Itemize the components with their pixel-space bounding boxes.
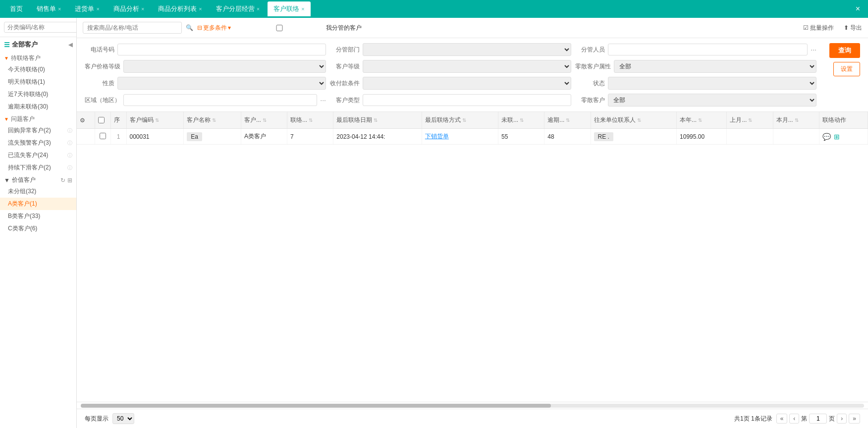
my-customers-checkbox[interactable] [235,25,324,31]
sidebar-item-abnormal-repurchase[interactable]: 回购异常客户(2) ⓘ [0,124,76,137]
th-this-year[interactable]: 本年...⇅ [677,112,727,129]
nav-customer-segment[interactable]: 客户分层经营 × [210,1,266,16]
payment-label: 收付款条件 [330,79,360,88]
th-customer-code[interactable]: 客户编码⇅ [126,112,184,129]
last-page-btn[interactable]: » [849,414,860,424]
more-conditions-btn[interactable]: ⊟ 更多条件 ▾ [197,24,231,32]
nav-product-analysis-list[interactable]: 商品分析列表 × [152,1,208,16]
dept-select[interactable] [363,43,571,56]
th-customer-name[interactable]: 客户名称⇅ [184,112,241,129]
last-contact-method-link[interactable]: 下销货单 [425,133,449,140]
my-customers-checkbox-label[interactable]: 我分管的客户 [235,24,362,32]
filter-row-3: 性质 收付款条件 状态 [85,77,816,90]
table-row: 1 000031 Ea A类客户 7 2023-04-12 14:44: 下销货… [77,129,868,145]
close-segment-icon[interactable]: × [257,6,260,12]
th-customer-level[interactable]: 客户...⇅ [241,112,287,129]
nav-customer-contact[interactable]: 客户联络 × [268,1,310,16]
per-page-select[interactable]: 50 [112,413,134,424]
sidebar-item-churned[interactable]: 已流失客户(24) ⓘ [0,149,76,161]
window-close-button[interactable]: × [852,2,864,15]
row-last-contact-method-cell[interactable]: 下销货单 [422,129,498,145]
sort-contact-icon: ⇅ [309,117,313,123]
region-input[interactable] [123,94,317,106]
page-number-input[interactable] [809,414,827,424]
row-not-contacted-cell: 55 [498,129,544,145]
row-level-cell: A类客户 [241,129,287,145]
filter-cell-status: 状态 [575,77,816,90]
next-page-btn[interactable]: › [837,414,847,424]
sidebar-item-unclassified[interactable]: 未分组(32) [0,185,76,198]
sidebar-item-a-class[interactable]: A类客户(1) [0,198,76,210]
value-customers-group: ▼ 价值客户 ↻ ⊞ [0,174,76,185]
close-contact-icon[interactable]: × [301,6,304,12]
query-button[interactable]: 查询 [829,43,860,58]
status-select[interactable] [608,77,816,90]
nav-sales[interactable]: 销售单 × [31,1,67,16]
prev-page-btn[interactable]: ‹ [789,414,799,424]
sidebar-item-c-class[interactable]: C类客户(6) [0,222,76,235]
th-last-contact-date[interactable]: 最后联络日期⇅ [333,112,422,129]
sort-thisyear-icon: ⇅ [698,117,702,123]
search-input[interactable] [83,22,182,34]
nav-product-analysis[interactable]: 商品分析 × [108,1,150,16]
price-level-select[interactable] [123,60,326,73]
sidebar-item-tomorrow-contact[interactable]: 明天待联络(1) [0,76,76,88]
all-customers-header[interactable]: ☰ 全部客户 ◀ [0,37,76,52]
close-product-analysis-icon[interactable]: × [141,6,144,12]
sort-overdue-icon: ⇅ [566,117,570,123]
sidebar-item-churn-warning[interactable]: 流失预警客户(3) ⓘ [0,137,76,149]
close-purchase-icon[interactable]: × [96,6,99,12]
th-last-contact-method[interactable]: 最后联络方式⇅ [422,112,498,129]
retail-customer-select[interactable]: 全部 [608,94,816,107]
close-product-list-icon[interactable]: × [199,6,202,12]
scrollbar-track[interactable] [81,404,864,408]
value-group-settings-icon[interactable]: ⊞ [67,177,72,184]
region-dots-icon[interactable]: ··· [320,96,326,104]
settings-icon[interactable]: ⚙ [80,117,85,124]
scrollbar-thumb[interactable] [81,404,551,408]
export-btn[interactable]: ⬆ 导出 [844,24,862,32]
bulk-operation-btn[interactable]: ☑ 批量操作 [803,24,834,32]
nav-home[interactable]: 首页 [4,1,29,16]
collapse-all-icon[interactable]: ◀ [68,42,72,48]
th-not-contacted[interactable]: 未联...⇅ [498,112,544,129]
nav-purchase[interactable]: 进货单 × [69,1,105,16]
sidebar: 🔍 ☰ 全部客户 ◀ ▼ 待联络客户 今天待联络(0) 明天待联络(1) 近7天… [0,18,77,428]
retail-attr-select[interactable]: 全部 [614,60,816,73]
th-checkbox[interactable] [95,112,110,129]
th-last-month[interactable]: 上月...⇅ [727,112,773,129]
row-checkbox[interactable] [100,133,106,139]
sidebar-item-declining[interactable]: 持续下滑客户(2) ⓘ [0,161,76,174]
payment-select[interactable] [363,77,571,90]
sidebar-item-overdue-contact[interactable]: 逾期未联络(30) [0,101,76,113]
settings-button[interactable]: 设置 [833,62,860,76]
more-action-icon[interactable]: ⊞ [834,133,840,141]
category-search-input[interactable] [4,22,77,33]
row-settings-cell [77,129,95,145]
th-contact-person[interactable]: 往来单位联系人⇅ [591,112,677,129]
customer-type-input[interactable] [363,94,571,106]
horizontal-scrollbar[interactable] [77,402,868,409]
first-page-btn[interactable]: « [776,414,788,424]
th-contact-count[interactable]: 联络...⇅ [287,112,333,129]
nature-select[interactable] [117,77,326,90]
manager-input[interactable] [608,44,808,55]
phone-input[interactable] [117,44,326,55]
th-this-month[interactable]: 本月...⇅ [773,112,819,129]
th-overdue[interactable]: 逾期...⇅ [544,112,591,129]
select-all-checkbox[interactable] [98,117,105,123]
close-sales-icon[interactable]: × [58,6,61,12]
search-submit-icon[interactable]: 🔍 [186,24,193,31]
content-area: 🔍 ⊟ 更多条件 ▾ 我分管的客户 ☑ 批量操作 ⬆ 导出 [77,18,868,428]
customer-level-select[interactable] [363,60,571,73]
sidebar-item-7day-contact[interactable]: 近7天待联络(0) [0,88,76,101]
value-group-refresh-icon[interactable]: ↻ [60,177,65,184]
contact-action-icon[interactable]: 💬 [822,133,831,141]
sidebar-item-today-contact[interactable]: 今天待联络(0) [0,63,76,76]
row-checkbox-cell[interactable] [95,129,110,145]
th-settings[interactable]: ⚙ [77,112,95,129]
pending-group-icon: ▼ [4,55,9,61]
sidebar-item-b-class[interactable]: B类客户(33) [0,210,76,222]
info-icon-churn: ⓘ [67,140,72,147]
manager-dots-icon[interactable]: ··· [811,46,816,54]
